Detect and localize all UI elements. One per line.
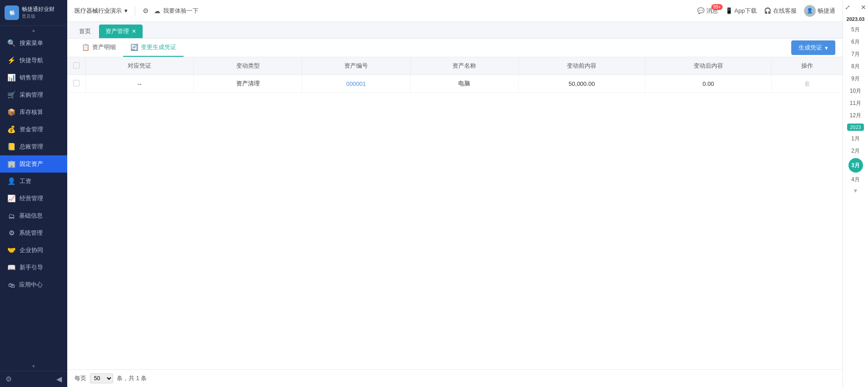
month-8[interactable]: 8月	[843, 60, 868, 73]
service-button[interactable]: 🎧 在线客服	[764, 7, 797, 15]
col-voucher: 对应凭证	[85, 57, 193, 75]
select-all-header[interactable]	[67, 57, 85, 75]
subtab-change-voucher[interactable]: 🔄 变更生成凭证	[123, 39, 184, 57]
month-scroll-down[interactable]: ▼	[851, 186, 860, 196]
month-1[interactable]: 1月	[843, 133, 868, 145]
sidebar-item-purchase[interactable]: 🛒 采购管理	[0, 86, 67, 104]
sidebar-item-salary[interactable]: 👤 工资	[0, 173, 67, 190]
subtab-asset-detail[interactable]: 📋 资产明细	[74, 39, 123, 57]
month-2[interactable]: 2月	[843, 145, 868, 157]
logo-icon: 畅	[5, 5, 19, 20]
topbar: 医疗器械行业演示 ▾ ⚙ ☁ 我要体验一下 💬 消息 99+ 📱 App下载 🎧…	[67, 0, 843, 22]
user-menu[interactable]: 👤 畅捷通	[804, 5, 835, 17]
col-asset-no: 资产编号	[302, 57, 410, 75]
sidebar-item-search[interactable]: 🔍 搜索菜单	[0, 35, 67, 52]
topbar-divider	[135, 6, 135, 15]
sidebar-item-label: 总账管理	[20, 143, 43, 151]
sidebar-item-collab[interactable]: 🤝 企业协同	[0, 242, 67, 259]
message-icon: 💬	[697, 7, 704, 14]
app-label: App下载	[734, 7, 757, 15]
row-change-type: 资产清理	[193, 75, 302, 93]
right-panel: ✕ ⤢ 2023.03 5月 6月 7月 8月 9月 10月 11月 12月 2…	[843, 0, 868, 387]
month-9[interactable]: 9月	[843, 73, 868, 85]
guide-icon: 📖	[7, 263, 16, 272]
company-selector[interactable]: 医疗器械行业演示 ▾	[74, 7, 128, 15]
sidebar-item-label: 企业协同	[20, 246, 43, 254]
delete-icon[interactable]: 🗑	[804, 80, 810, 87]
close-panel-icon[interactable]: ✕	[861, 4, 866, 11]
app-icon: 📱	[725, 7, 733, 14]
row-before-change: 50,000.00	[518, 75, 645, 93]
settings-icon[interactable]: ⚙	[5, 375, 12, 383]
sidebar-item-system[interactable]: ⚙ 系统管理	[0, 224, 67, 242]
month-6[interactable]: 6月	[843, 36, 868, 48]
row-checkbox-cell[interactable]	[67, 75, 85, 93]
sidebar-item-inventory[interactable]: 📦 库存核算	[0, 104, 67, 121]
month-10[interactable]: 10月	[843, 85, 868, 97]
select-all-checkbox[interactable]	[73, 62, 79, 69]
system-icon: ⚙	[7, 229, 15, 237]
app-download-button[interactable]: 📱 App下载	[725, 7, 757, 15]
data-table: 对应凭证 变动类型 资产编号 资产名称 变动前内容 变动后内容 操作	[67, 57, 843, 93]
sidebar-item-finance[interactable]: 💰 资金管理	[0, 121, 67, 138]
sidebar-item-label: 系统管理	[19, 229, 43, 237]
col-change-type: 变动类型	[193, 57, 302, 75]
subtab-asset-detail-label: 资产明细	[92, 43, 116, 51]
row-checkbox[interactable]	[73, 80, 79, 86]
month-7[interactable]: 7月	[843, 48, 868, 60]
year-prev-label[interactable]: 2023.03	[847, 15, 865, 24]
tab-home[interactable]: 首页	[73, 25, 97, 38]
row-asset-no: 000001	[302, 75, 410, 93]
year-current-label[interactable]: 2023	[847, 124, 863, 131]
sidebar-item-basic[interactable]: 🗂 基础信息	[0, 207, 67, 224]
cloud-icon: ☁	[154, 7, 160, 15]
service-label: 在线客服	[773, 7, 797, 15]
sidebar-scroll-down[interactable]: ▼	[0, 362, 67, 371]
sidebar-item-label: 资金管理	[20, 125, 43, 134]
month-5[interactable]: 5月	[843, 24, 868, 36]
expand-panel-icon[interactable]: ⤢	[845, 4, 850, 11]
month-4[interactable]: 4月	[843, 174, 868, 186]
total-records-label: 条，共 1 条	[117, 374, 147, 382]
main-area: 医疗器械行业演示 ▾ ⚙ ☁ 我要体验一下 💬 消息 99+ 📱 App下载 🎧…	[67, 0, 843, 387]
sidebar-item-label: 销售管理	[20, 74, 43, 82]
col-operation: 操作	[772, 57, 843, 75]
sidebar-item-fixed-assets[interactable]: 🏢 固定资产	[0, 155, 67, 173]
month-3[interactable]: 3月	[848, 158, 863, 173]
sidebar-item-sales[interactable]: 📊 销售管理	[0, 69, 67, 86]
per-page-select[interactable]: 50 10 20 100	[90, 373, 113, 383]
sidebar-item-ops[interactable]: 📈 经营管理	[0, 190, 67, 207]
trial-label: 我要体验一下	[163, 7, 198, 15]
col-asset-name: 资产名称	[410, 57, 518, 75]
table-footer: 每页 50 10 20 100 条，共 1 条	[67, 369, 843, 387]
collapse-sidebar-icon[interactable]: ◀	[56, 375, 62, 383]
month-11[interactable]: 11月	[843, 97, 868, 109]
sidebar-item-label: 基础信息	[19, 212, 43, 220]
sidebar-item-guide[interactable]: 📖 新手引导	[0, 259, 67, 276]
row-operation[interactable]: 🗑	[772, 75, 843, 93]
sidebar-item-label: 应用中心	[19, 281, 43, 289]
topbar-right: 💬 消息 99+ 📱 App下载 🎧 在线客服 👤 畅捷通	[697, 5, 835, 17]
message-badge: 99+	[711, 4, 723, 10]
sidebar-item-label: 经营管理	[20, 194, 43, 203]
sidebar-item-ledger[interactable]: 📒 总账管理	[0, 138, 67, 155]
tab-close-icon[interactable]: ✕	[132, 28, 136, 35]
row-asset-name: 电脑	[410, 75, 518, 93]
logo-name: 畅捷通好业财	[22, 6, 55, 13]
month-12[interactable]: 12月	[843, 109, 868, 122]
gear-settings-icon[interactable]: ⚙	[143, 7, 149, 15]
sidebar: 畅 畅捷通好业财 普及版 ▲ 🔍 搜索菜单 ⚡ 快捷导航 📊 销售管理 🛒 采购…	[0, 0, 67, 387]
tab-asset-management[interactable]: 资产管理 ✕	[99, 25, 143, 38]
sidebar-item-quicknav[interactable]: ⚡ 快捷导航	[0, 52, 67, 69]
trial-button[interactable]: ☁ 我要体验一下	[154, 7, 198, 15]
sidebar-item-appstore[interactable]: 🛍 应用中心	[0, 276, 67, 293]
row-after-change: 0.00	[645, 75, 772, 93]
per-page-label: 每页	[74, 374, 86, 382]
generate-voucher-button[interactable]: 生成凭证 ▾	[791, 40, 835, 55]
message-button[interactable]: 💬 消息 99+	[697, 7, 718, 15]
table-header-row: 对应凭证 变动类型 资产编号 资产名称 变动前内容 变动后内容 操作	[67, 57, 843, 75]
sidebar-scroll-up[interactable]: ▲	[0, 26, 67, 35]
row-voucher: --	[85, 75, 193, 93]
generate-dropdown-icon: ▾	[825, 45, 828, 51]
basic-icon: 🗂	[7, 212, 15, 220]
